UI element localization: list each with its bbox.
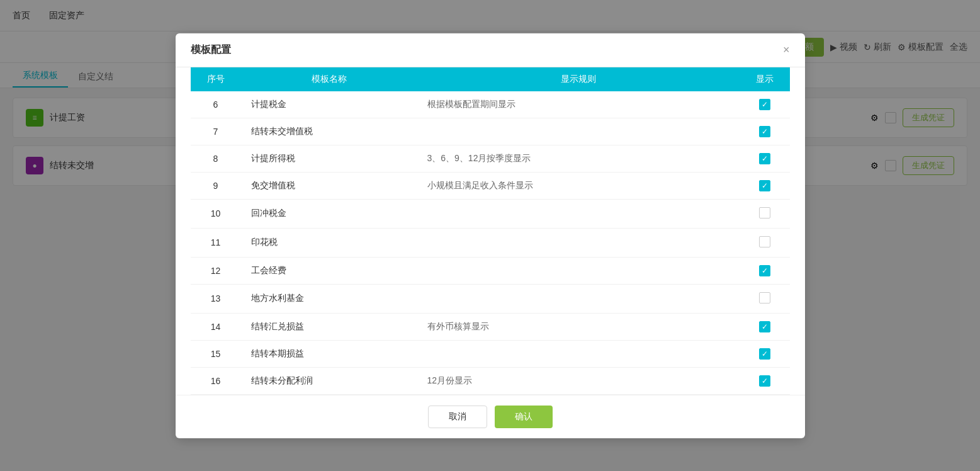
row-checkbox[interactable] [759,292,770,304]
row-checkbox-cell [740,91,790,118]
row-rule [417,340,740,367]
row-name: 计提税金 [241,91,417,118]
row-rule [417,118,740,145]
modal-body: 序号 模板名称 显示规则 显示 6计提税金根据模板配置期间显示7结转未交增值税8… [176,67,805,395]
modal-overlay: 模板配置 × 序号 模板名称 显示规则 显示 6计提税金根据模板配置期间显 [0,0,980,471]
row-checkbox[interactable] [759,153,770,164]
row-id: 16 [191,367,241,394]
row-checkbox-cell [740,199,790,228]
row-id: 10 [191,199,241,228]
table-row: 6计提税金根据模板配置期间显示 [191,91,790,118]
row-checkbox-cell [740,118,790,145]
table-header: 序号 模板名称 显示规则 显示 [191,67,790,91]
row-rule: 小规模且满足收入条件显示 [417,172,740,199]
row-checkbox[interactable] [759,375,770,387]
row-checkbox[interactable] [759,180,770,191]
modal-header: 模板配置 × [176,33,805,67]
row-id: 13 [191,284,241,313]
table-row: 13地方水利基金 [191,284,790,313]
table-row: 16结转未分配利润12月份显示 [191,367,790,394]
row-checkbox[interactable] [759,126,770,137]
row-rule: 3、6、9、12月按季度显示 [417,145,740,172]
row-checkbox-cell [740,313,790,340]
row-id: 8 [191,145,241,172]
row-checkbox[interactable] [759,321,770,332]
row-checkbox-cell [740,340,790,367]
row-name: 免交增值税 [241,172,417,199]
row-checkbox-cell [740,284,790,313]
row-name: 结转本期损益 [241,340,417,367]
row-checkbox[interactable] [759,265,770,276]
table-row: 11印花税 [191,228,790,257]
row-checkbox-cell [740,257,790,284]
row-rule [417,228,740,257]
row-id: 9 [191,172,241,199]
table-row: 10回冲税金 [191,199,790,228]
table-row: 9免交增值税小规模且满足收入条件显示 [191,172,790,199]
row-rule [417,199,740,228]
row-name: 结转未分配利润 [241,367,417,394]
table-scroll[interactable]: 序号 模板名称 显示规则 显示 6计提税金根据模板配置期间显示7结转未交增值税8… [191,67,790,395]
table-row: 12工会经费 [191,257,790,284]
row-id: 15 [191,340,241,367]
table-body: 6计提税金根据模板配置期间显示7结转未交增值税8计提所得税3、6、9、12月按季… [191,91,790,395]
config-table: 序号 模板名称 显示规则 显示 6计提税金根据模板配置期间显示7结转未交增值税8… [191,67,790,395]
row-id: 6 [191,91,241,118]
table-row: 14结转汇兑损益有外币核算显示 [191,313,790,340]
confirm-button[interactable]: 确认 [495,406,553,428]
modal-template-config: 模板配置 × 序号 模板名称 显示规则 显示 6计提税金根据模板配置期间显 [176,33,805,438]
close-icon[interactable]: × [783,44,790,55]
table-row: 7结转未交增值税 [191,118,790,145]
row-checkbox-cell [740,367,790,394]
row-checkbox-cell [740,172,790,199]
row-id: 11 [191,228,241,257]
row-name: 地方水利基金 [241,284,417,313]
row-name: 回冲税金 [241,199,417,228]
row-rule [417,284,740,313]
row-checkbox[interactable] [759,99,770,110]
table-row: 15结转本期损益 [191,340,790,367]
modal-footer: 取消 确认 [176,395,805,438]
row-rule [417,257,740,284]
col-header-rule: 显示规则 [417,67,740,91]
col-header-name: 模板名称 [241,67,417,91]
table-row: 8计提所得税3、6、9、12月按季度显示 [191,145,790,172]
row-checkbox[interactable] [759,236,770,247]
modal-title: 模板配置 [191,43,231,57]
row-checkbox-cell [740,228,790,257]
col-header-id: 序号 [191,67,241,91]
row-id: 14 [191,313,241,340]
row-name: 印花税 [241,228,417,257]
row-checkbox[interactable] [759,207,770,218]
col-header-show: 显示 [740,67,790,91]
row-rule: 12月份显示 [417,367,740,394]
cancel-button[interactable]: 取消 [428,406,487,428]
row-rule: 根据模板配置期间显示 [417,91,740,118]
row-name: 工会经费 [241,257,417,284]
row-name: 结转汇兑损益 [241,313,417,340]
row-rule: 有外币核算显示 [417,313,740,340]
row-checkbox[interactable] [759,348,770,360]
row-id: 7 [191,118,241,145]
row-id: 12 [191,257,241,284]
row-checkbox-cell [740,145,790,172]
row-name: 计提所得税 [241,145,417,172]
row-name: 结转未交增值税 [241,118,417,145]
